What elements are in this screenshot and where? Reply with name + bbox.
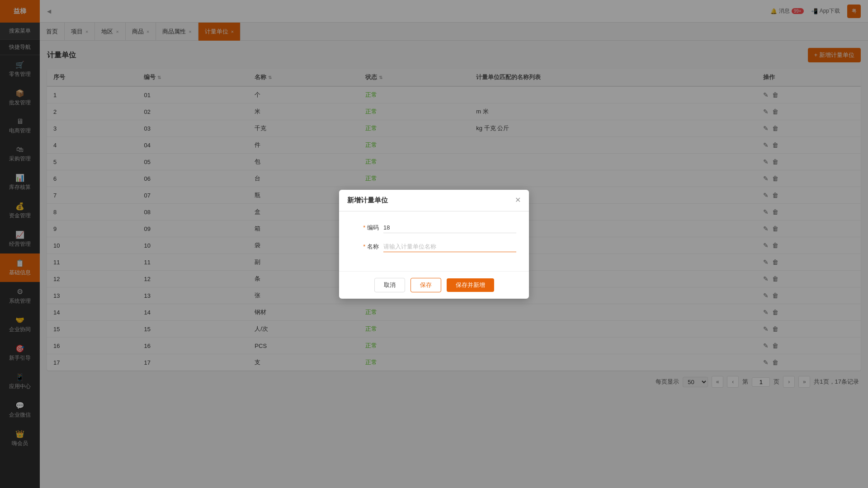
modal-footer: 取消 保存 保存并新增 xyxy=(339,271,529,299)
name-form-row: 名称 xyxy=(352,241,516,252)
save-and-add-button[interactable]: 保存并新增 xyxy=(447,278,494,292)
modal-close-button[interactable]: ✕ xyxy=(515,197,521,204)
modal-title: 新增计量单位 xyxy=(347,196,388,205)
add-unit-modal: 新增计量单位 ✕ 编码 名称 取消 保存 保存并新增 xyxy=(339,190,529,299)
code-input[interactable] xyxy=(383,222,516,233)
name-input[interactable] xyxy=(383,241,516,252)
modal-overlay: 新增计量单位 ✕ 编码 名称 取消 保存 保存并新增 xyxy=(0,0,868,488)
code-form-row: 编码 xyxy=(352,222,516,233)
name-label: 名称 xyxy=(352,243,379,251)
cancel-button[interactable]: 取消 xyxy=(374,278,405,292)
save-button[interactable]: 保存 xyxy=(410,278,441,292)
modal-header: 新增计量单位 ✕ xyxy=(339,190,529,211)
modal-body: 编码 名称 xyxy=(339,211,529,271)
code-label: 编码 xyxy=(352,224,379,232)
